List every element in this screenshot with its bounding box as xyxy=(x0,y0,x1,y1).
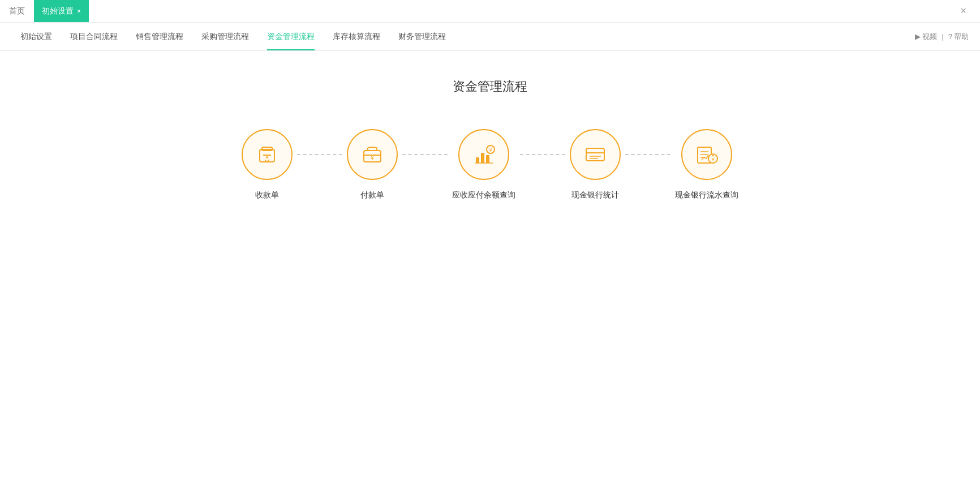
tab-close-icon[interactable]: × xyxy=(77,7,81,15)
balance-svg-icon: ¥ xyxy=(471,142,497,168)
video-icon: ▶ xyxy=(915,32,921,41)
cash-bank-flow-svg-icon: ¥ xyxy=(694,142,720,168)
nav-item-purchase[interactable]: 采购管理流程 xyxy=(192,23,258,50)
help-label: 帮助 xyxy=(954,32,969,42)
payment-svg-icon: ¥ xyxy=(359,142,385,168)
nav-item-contract[interactable]: 项目合同流程 xyxy=(61,23,127,50)
svg-rect-7 xyxy=(476,157,479,163)
home-tab[interactable]: 首页 xyxy=(0,0,34,22)
active-tab[interactable]: 初始设置 × xyxy=(34,0,89,22)
balance-label: 应收应付余额查询 xyxy=(452,190,515,200)
nav-bar-right: ▶ 视频 | ? 帮助 xyxy=(915,32,969,42)
svg-text:¥: ¥ xyxy=(370,155,374,161)
cash-bank-flow-icon-circle: ¥ xyxy=(681,129,732,180)
svg-text:¥: ¥ xyxy=(265,154,269,160)
help-link[interactable]: ? 帮助 xyxy=(948,32,969,42)
payment-icon-circle: ¥ xyxy=(347,129,398,180)
connector-1 xyxy=(297,154,342,155)
svg-text:¥: ¥ xyxy=(711,156,715,162)
receipt-svg-icon: ¥ xyxy=(254,142,280,168)
nav-item-inventory[interactable]: 库存核算流程 xyxy=(324,23,389,50)
nav-item-initial[interactable]: 初始设置 xyxy=(11,23,61,50)
active-tab-label: 初始设置 xyxy=(42,6,74,16)
nav-item-capital[interactable]: 资金管理流程 xyxy=(258,23,324,50)
video-label: 视频 xyxy=(922,32,937,42)
cash-bank-stat-icon-circle xyxy=(570,129,621,180)
video-link[interactable]: ▶ 视频 xyxy=(915,32,937,42)
nav-divider: | xyxy=(942,32,943,41)
payment-label: 付款单 xyxy=(360,190,384,200)
cash-bank-stat-svg-icon xyxy=(582,142,608,168)
receipt-label: 收款单 xyxy=(255,190,279,200)
cash-bank-flow-label: 现金银行流水查询 xyxy=(675,190,738,200)
window-close-button[interactable]: × xyxy=(956,5,971,17)
connector-3 xyxy=(520,154,565,155)
page-title: 资金管理流程 xyxy=(453,78,527,95)
flow-item-cash-bank-flow[interactable]: ¥ 现金银行流水查询 xyxy=(675,129,738,200)
flow-item-cash-bank-stat[interactable]: 现金银行统计 xyxy=(570,129,621,200)
top-bar-right: × xyxy=(956,5,980,17)
connector-2 xyxy=(402,154,448,155)
flow-item-receipt[interactable]: ¥ 收款单 xyxy=(242,129,293,200)
top-bar: 首页 初始设置 × × xyxy=(0,0,980,23)
flow-item-payment[interactable]: ¥ 付款单 xyxy=(347,129,398,200)
nav-item-sales[interactable]: 销售管理流程 xyxy=(127,23,192,50)
receipt-icon-circle: ¥ xyxy=(242,129,293,180)
nav-bar: 初始设置 项目合同流程 销售管理流程 采购管理流程 资金管理流程 库存核算流程 … xyxy=(0,23,980,51)
balance-icon-circle: ¥ xyxy=(458,129,509,180)
main-content: 资金管理流程 ¥ 收款单 xyxy=(0,51,980,501)
cash-bank-stat-label: 现金银行统计 xyxy=(571,190,619,200)
svg-text:¥: ¥ xyxy=(488,147,492,153)
nav-item-finance[interactable]: 财务管理流程 xyxy=(389,23,455,50)
connector-4 xyxy=(625,154,670,155)
flow-row: ¥ 收款单 ¥ 付款单 xyxy=(242,129,738,200)
flow-item-balance[interactable]: ¥ 应收应付余额查询 xyxy=(452,129,515,200)
help-icon: ? xyxy=(948,32,952,41)
svg-rect-8 xyxy=(481,153,484,163)
svg-rect-9 xyxy=(486,155,489,163)
